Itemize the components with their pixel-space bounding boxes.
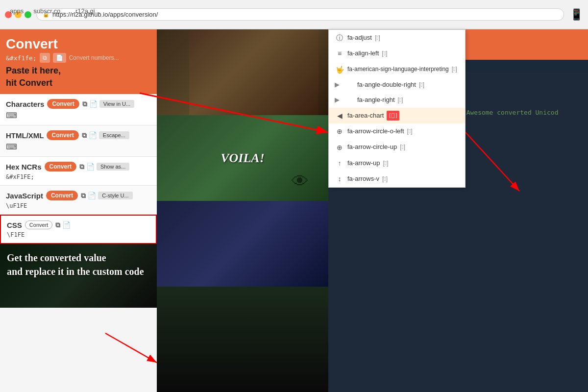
section-css: CSS Convert ⧉ 📄 \F1FE [0,215,157,244]
css-icons: ⧉ 📄 [55,221,71,229]
dropdown-item-fa-align-left[interactable]: ≡ fa-align-left [] [329,46,465,61]
convert-hint: Paste it here, hit Convert [6,65,151,89]
fa-arrow-circle-o-left-icon: ⊕ [335,126,344,137]
fa-arrow-circle-o-left-code: [] [407,127,413,136]
fa-arrow-circle-o-left-label: fa-arrow-circle-o-left [347,126,404,137]
fa-angle-double-right-label: fa-angle-double-right [357,80,416,90]
bg-section-3 [157,201,328,287]
file-input-button[interactable]: 📄 [53,53,66,63]
htmlxml-escape-button[interactable]: Escape... [99,131,129,139]
section-characters: Characters Convert ⧉ 📄 View in U... ⌨ [0,94,157,125]
tab-3[interactable]: r12a.gi... [75,7,100,15]
voila-text: VOILA! [220,151,265,166]
middle-background: VOILA! 👁 [157,29,328,392]
javascript-convert-button[interactable]: Convert [46,191,78,200]
fa-align-left-code: [] [382,49,387,58]
javascript-cstyle-button[interactable]: C-style U... [98,192,132,199]
fa-arrows-v-label: fa-arrows-v [347,174,379,184]
dropdown-item-fa-arrow-circle-up[interactable]: ⊕ fa-arrow-circle-up [] [329,140,465,155]
bg-section-4 [157,287,328,392]
fa-align-left-label: fa-align-left [347,49,379,59]
hexncrs-convert-button[interactable]: Convert [45,162,76,172]
expand-arrow-1: ▶ [335,80,340,90]
dropdown-item-fa-adjust[interactable]: ⓘ fa-adjust [] [329,30,465,46]
fa-adjust-icon: ⓘ [335,32,344,43]
bottom-hint-text: Get the converted value and replace it i… [0,244,157,285]
convert-title: Convert [6,36,58,52]
characters-title: Characters [6,100,44,108]
fa-arrow-circle-up-label: fa-arrow-circle-up [347,142,397,152]
bg-section-2: VOILA! 👁 [157,115,328,201]
convert-numbers-label: Convert numbers... [69,54,119,61]
fa-angle-right-label: fa-angle-right [357,95,395,105]
fa-angle-right-code: [] [398,96,403,105]
fa-arrow-circle-up-icon: ⊕ [335,142,344,153]
fa-arrows-v-icon: ↕ [335,173,344,184]
convert-header: Convert &#xf1fe; ⧉ 📄 Convert numbers... … [0,29,157,94]
fa-arrows-v-code: [] [382,174,388,184]
javascript-title: JavaScript [6,192,43,200]
eye-icon: 👁 [292,172,309,191]
htmlxml-icons: ⧉ 📄 Escape... [82,131,129,140]
htmlxml-convert-button[interactable]: Convert [47,130,78,140]
address-bar[interactable]: 🔒 https://rl2a.github.io/apps/conversion… [36,8,564,21]
dropdown-item-fa-asl[interactable]: 🤟 fa-american-sign-language-interpreting… [329,62,465,77]
characters-icons: ⧉ 📄 View in U... [82,100,134,108]
css-value: \F1FE [7,231,150,238]
dropdown-item-fa-angle-double-right[interactable]: ▶ fa-angle-double-right [] [329,77,465,93]
tab-1[interactable]: apps [10,7,24,15]
javascript-copy-icon[interactable]: ⧉ [81,192,86,200]
bottom-hint-line1: Get the converted value [7,251,150,265]
hexncrs-copy-icon[interactable]: ⧉ [79,163,84,171]
bottom-hint-area: Get the converted value and replace it i… [0,244,157,308]
css-file-icon[interactable]: 📄 [62,221,71,229]
expand-arrow-2: ▶ [335,95,340,105]
fa-adjust-code: [] [375,33,380,43]
hint-line1: Paste it here, [6,66,61,75]
javascript-label: JavaScript Convert ⧉ 📄 C-style U... [6,191,151,200]
hexncrs-label: Hex NCRs Convert ⧉ 📄 Show as... [6,162,151,172]
fa-arrow-up-label: fa-arrow-up [347,158,380,169]
fa-arrow-up-icon: ↑ [335,158,344,169]
htmlxml-copy-icon[interactable]: ⧉ [82,131,87,140]
dropdown-item-fa-arrow-circle-o-left[interactable]: ⊕ fa-arrow-circle-o-left [] [329,123,465,139]
fa-asl-code: [] [452,65,457,74]
characters-file-icon[interactable]: 📄 [89,100,98,108]
javascript-icons: ⧉ 📄 C-style U... [81,192,132,200]
fa-adjust-label: fa-adjust [347,33,372,43]
htmlxml-file-icon[interactable]: 📄 [89,131,97,139]
fa-align-left-icon: ≡ [335,48,344,59]
dropdown-item-fa-arrows-v[interactable]: ↕ fa-arrows-v [] [329,171,465,187]
css-title: CSS [7,221,22,229]
hexncrs-icons: ⧉ 📄 Show as... [79,163,129,171]
dropdown-overlay: ⓘ fa-adjust [] ≡ fa-align-left [] 🤟 fa… [328,29,466,188]
bottom-hint-line2: and replace it in the custom code [7,265,150,278]
section-javascript: JavaScript Convert ⧉ 📄 C-style U... \uF1… [0,186,157,215]
section-htmlxml: HTML/XML Convert ⧉ 📄 Escape... ⌨ [0,125,157,157]
fa-asl-label: fa-american-sign-language-interpreting [347,65,449,74]
fa-area-chart-code: [] [387,111,399,121]
fa-arrow-up-code: [] [383,159,388,168]
copy-input-button[interactable]: ⧉ [40,53,50,63]
fa-angle-double-right-code: [] [419,80,424,90]
dropdown-item-fa-arrow-up[interactable]: ↑ fa-arrow-up [] [329,155,465,171]
hexncrs-file-icon[interactable]: 📄 [86,163,95,171]
css-copy-icon[interactable]: ⧉ [55,221,60,229]
hexncrs-show-button[interactable]: Show as... [97,163,129,171]
css-convert-button[interactable]: Convert [25,220,53,229]
javascript-file-icon[interactable]: 📄 [88,192,96,199]
convert-toolbar: &#xf1fe; ⧉ 📄 Convert numbers... [6,53,151,63]
htmlxml-kbd-icon: ⌨ [6,142,151,151]
bg-section-1 [157,29,328,115]
characters-copy-icon[interactable]: ⧉ [82,100,87,108]
characters-convert-button[interactable]: Convert [47,99,79,109]
javascript-value: \uF1FE [6,202,151,209]
left-panel: Convert &#xf1fe; ⧉ 📄 Convert numbers... … [0,29,157,392]
hint-line2: hit Convert [6,78,52,88]
css-label: CSS Convert ⧉ 📄 [7,220,150,229]
tab-2[interactable]: subscr.co... [33,7,66,15]
characters-view-button[interactable]: View in U... [99,100,134,108]
mobile-icon: 📱 [570,8,583,21]
dropdown-item-fa-area-chart[interactable]: ◀ fa-area-chart [] [329,108,465,123]
dropdown-item-fa-angle-right[interactable]: ▶ fa-angle-right [] [329,93,465,108]
